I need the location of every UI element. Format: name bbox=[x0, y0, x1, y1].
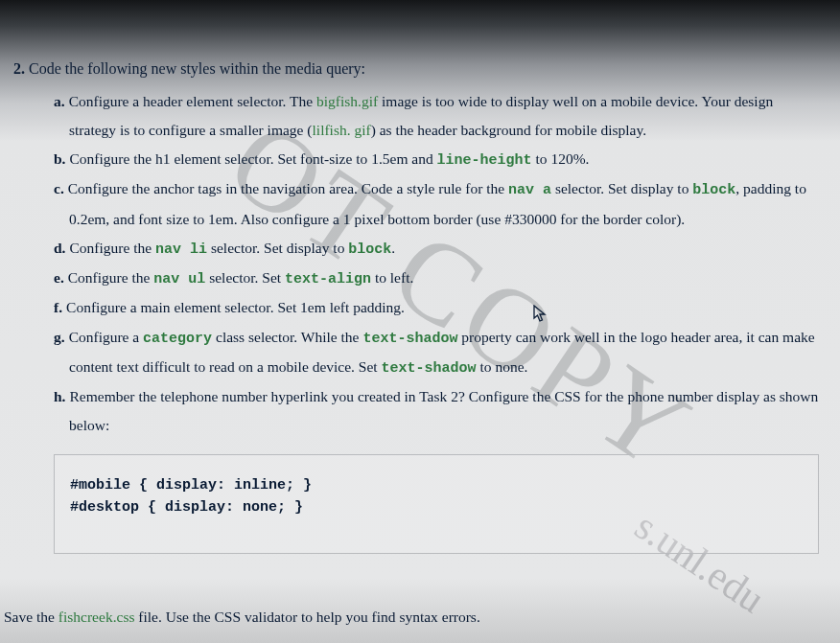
keyword: nav li bbox=[155, 241, 207, 258]
keyword: nav a bbox=[508, 182, 551, 198]
item-marker: d. bbox=[54, 240, 66, 256]
text: Save the bbox=[4, 609, 58, 625]
question-intro: 2.Code the following new styles within t… bbox=[10, 57, 819, 81]
text: Configure a bbox=[69, 329, 143, 345]
item-marker: g. bbox=[54, 329, 65, 345]
text: Configure the bbox=[70, 240, 156, 256]
keyword: text-shadow bbox=[382, 360, 477, 377]
question-prompt: Code the following new styles within the… bbox=[29, 60, 365, 77]
filename: fishcreek.css bbox=[58, 609, 135, 625]
keyword: text-align bbox=[285, 271, 371, 287]
item-marker: a. bbox=[54, 93, 65, 109]
filename: bigfish.gif bbox=[316, 93, 378, 109]
text: selector. Set bbox=[205, 269, 285, 286]
text: ) as the header background for mobile di… bbox=[371, 122, 646, 138]
text: Remember the telephone number hyperlink … bbox=[69, 388, 818, 433]
text: to 120%. bbox=[532, 150, 590, 167]
text: Configure the anchor tags in the navigat… bbox=[68, 180, 508, 196]
keyword: block bbox=[692, 182, 735, 198]
item-marker: h. bbox=[54, 388, 66, 404]
code-block-wrap: #mobile { display: inline; } #desktop { … bbox=[54, 454, 819, 555]
footer-text: Save the fishcreek.css file. Use the CSS… bbox=[0, 609, 490, 626]
filename: lilfish. gif bbox=[313, 122, 371, 138]
page-content: 2.Code the following new styles within t… bbox=[0, 57, 840, 575]
keyword: line-height bbox=[437, 152, 532, 169]
code-content: #mobile { display: inline; } #desktop { … bbox=[70, 474, 803, 519]
item-marker: e. bbox=[54, 269, 64, 286]
text: Configure the h1 element selector. Set f… bbox=[70, 150, 437, 167]
text: to left. bbox=[371, 269, 413, 286]
keyword: category bbox=[143, 331, 212, 347]
item-h: h.Remember the telephone number hyperlin… bbox=[69, 382, 819, 440]
item-marker: f. bbox=[54, 299, 62, 315]
item-d: d.Configure the nav li selector. Set dis… bbox=[69, 234, 819, 264]
item-b: b.Configure the h1 element selector. Set… bbox=[69, 145, 819, 174]
text: Configure a header element selector. The bbox=[69, 93, 316, 109]
item-a: a.Configure a header element selector. T… bbox=[69, 87, 819, 145]
item-f: f.Configure a main element selector. Set… bbox=[69, 293, 819, 322]
sub-items-list: a.Configure a header element selector. T… bbox=[10, 87, 819, 441]
item-e: e.Configure the nav ul selector. Set tex… bbox=[69, 264, 819, 293]
text: Configure a main element selector. Set 1… bbox=[66, 299, 405, 315]
text: selector. Set display to bbox=[551, 180, 692, 196]
keyword: nav ul bbox=[153, 271, 205, 287]
item-marker: c. bbox=[54, 180, 64, 196]
text: selector. Set display to bbox=[207, 240, 348, 256]
question-number: 2. bbox=[13, 57, 25, 81]
keyword: block bbox=[348, 241, 391, 258]
item-c: c.Configure the anchor tags in the navig… bbox=[69, 174, 819, 233]
text: class selector. While the bbox=[212, 329, 362, 345]
item-marker: b. bbox=[54, 150, 66, 167]
text: to none. bbox=[477, 358, 528, 375]
code-block: #mobile { display: inline; } #desktop { … bbox=[54, 454, 819, 555]
text: file. Use the CSS validator to help you … bbox=[134, 609, 479, 625]
text: Configure the bbox=[68, 269, 154, 286]
item-g: g.Configure a category class selector. W… bbox=[69, 323, 819, 383]
text: . bbox=[391, 240, 395, 256]
keyword: text-shadow bbox=[362, 331, 457, 347]
